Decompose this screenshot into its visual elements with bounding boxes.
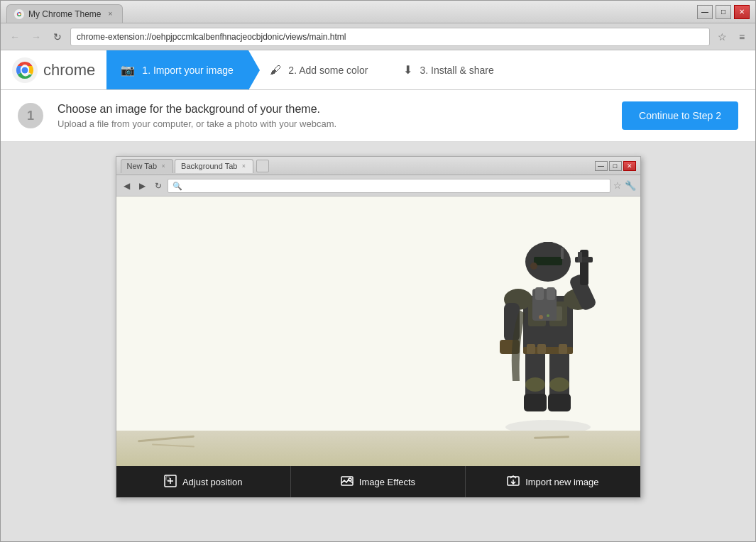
mini-address-bar: ◀ ▶ ↻ ☆ 🔧: [116, 175, 640, 197]
mini-back-button[interactable]: ◀: [121, 179, 133, 192]
mini-title-bar: New Tab × Background Tab × — □ ✕: [116, 157, 640, 175]
back-button[interactable]: ←: [6, 28, 23, 45]
ground-area: [116, 431, 640, 466]
mini-tab-2[interactable]: Background Tab ×: [175, 159, 253, 173]
mini-tab-1-label: New Tab: [127, 162, 158, 170]
extension-header: chrome 📷 1. Import your image 🖌 2. Add s…: [1, 50, 755, 90]
svg-point-22: [530, 262, 537, 270]
svg-rect-21: [561, 248, 564, 259]
mini-window-controls: — □ ✕: [595, 161, 636, 171]
tab-title: My Chrome Theme: [28, 9, 101, 19]
chrome-logo-text: chrome: [43, 61, 95, 79]
mini-tab-2-label: Background Tab: [181, 162, 237, 170]
svg-point-28: [525, 377, 545, 392]
step-2[interactable]: 🖌 2. Add some color: [248, 50, 382, 89]
minimize-button[interactable]: —: [697, 5, 713, 19]
browser-content: [116, 197, 640, 466]
tab-area: My Chrome Theme ×: [6, 1, 697, 23]
svg-rect-33: [527, 344, 535, 354]
mini-minimize-button[interactable]: —: [595, 161, 608, 171]
browser-tab[interactable]: My Chrome Theme ×: [6, 4, 123, 23]
step-3-label: 3. Install & share: [420, 65, 493, 76]
svg-rect-24: [535, 287, 544, 300]
adjust-position-icon: [164, 475, 177, 490]
adjust-position-button[interactable]: Adjust position: [116, 466, 291, 497]
svg-rect-25: [547, 287, 555, 300]
mini-wrench-icon[interactable]: 🔧: [625, 180, 636, 191]
svg-point-5: [22, 67, 28, 73]
svg-rect-35: [559, 344, 567, 354]
import-icon: [507, 475, 520, 490]
svg-point-42: [349, 478, 351, 481]
address-bar: ← → ↻ ☆ ≡: [1, 23, 755, 50]
tab-close-btn[interactable]: ×: [105, 9, 115, 19]
character-illustration: [470, 211, 626, 438]
mini-tab-2-close[interactable]: ×: [240, 162, 247, 170]
preview-container: New Tab × Background Tab × — □ ✕: [1, 142, 755, 541]
browser-menu-icon[interactable]: ≡: [734, 29, 750, 45]
image-effects-label: Image Effects: [359, 477, 415, 487]
svg-point-29: [549, 377, 569, 392]
bottom-toolbar: Adjust position Image Effects: [116, 466, 640, 497]
step-1[interactable]: 📷 1. Import your image: [106, 50, 248, 89]
window-controls: — □ ✕: [697, 5, 750, 19]
maximize-button[interactable]: □: [716, 5, 731, 19]
mini-tab-1[interactable]: New Tab ×: [121, 159, 174, 173]
camera-icon: 📷: [121, 63, 135, 77]
svg-rect-16: [578, 252, 582, 262]
import-new-image-button[interactable]: Import new image: [466, 466, 640, 497]
image-effects-icon: [341, 475, 354, 490]
svg-rect-31: [548, 394, 571, 411]
mini-maximize-button[interactable]: □: [609, 161, 622, 171]
mini-browser: New Tab × Background Tab × — □ ✕: [116, 156, 641, 498]
svg-rect-30: [524, 394, 547, 411]
refresh-button[interactable]: ↻: [49, 28, 66, 45]
instruction-subtitle: Upload a file from your computer, or tak…: [57, 118, 608, 129]
svg-point-37: [547, 314, 549, 317]
title-bar: My Chrome Theme × — □ ✕: [1, 1, 755, 23]
paintbrush-icon: 🖌: [270, 64, 281, 77]
address-input[interactable]: [70, 28, 710, 46]
app-content: chrome 📷 1. Import your image 🖌 2. Add s…: [1, 50, 755, 541]
tab-favicon: [14, 9, 24, 19]
mini-new-tab-button[interactable]: [256, 160, 269, 172]
mini-bookmark-icon[interactable]: ☆: [613, 180, 622, 191]
import-new-image-label: Import new image: [525, 477, 598, 487]
bookmark-star-icon[interactable]: ☆: [714, 29, 730, 45]
image-effects-button[interactable]: Image Effects: [291, 466, 466, 497]
step-3[interactable]: ⬇ 3. Install & share: [382, 50, 524, 89]
steps-bar: 📷 1. Import your image 🖌 2. Add some col…: [106, 50, 755, 89]
install-icon: ⬇: [403, 63, 412, 77]
svg-rect-15: [575, 257, 593, 262]
step-1-label: 1. Import your image: [142, 65, 233, 76]
chrome-logo-icon: [12, 57, 38, 83]
mini-close-button[interactable]: ✕: [623, 161, 636, 171]
step-2-label: 2. Add some color: [288, 65, 368, 76]
svg-rect-40: [166, 477, 170, 480]
svg-rect-34: [537, 344, 546, 354]
instruction-text: Choose an image for the background of yo…: [57, 103, 608, 129]
mini-refresh-button[interactable]: ↻: [152, 179, 165, 192]
svg-point-36: [539, 315, 543, 319]
instruction-title: Choose an image for the background of yo…: [57, 103, 608, 116]
continue-button[interactable]: Continue to Step 2: [622, 101, 738, 130]
svg-rect-19: [534, 257, 562, 265]
chrome-logo: chrome: [1, 57, 106, 83]
mini-forward-button[interactable]: ▶: [136, 179, 149, 192]
window-frame: My Chrome Theme × — □ ✕ ← → ↻ ☆ ≡: [0, 0, 756, 542]
mini-tab-1-close[interactable]: ×: [160, 162, 167, 170]
mini-address-input[interactable]: [168, 179, 610, 193]
adjust-position-label: Adjust position: [182, 477, 243, 487]
svg-rect-20: [543, 242, 553, 250]
svg-point-2: [18, 13, 20, 15]
forward-button[interactable]: →: [28, 28, 45, 45]
instruction-area: 1 Choose an image for the background of …: [1, 90, 755, 142]
step-number-badge: 1: [18, 103, 43, 128]
close-button[interactable]: ✕: [734, 5, 750, 19]
